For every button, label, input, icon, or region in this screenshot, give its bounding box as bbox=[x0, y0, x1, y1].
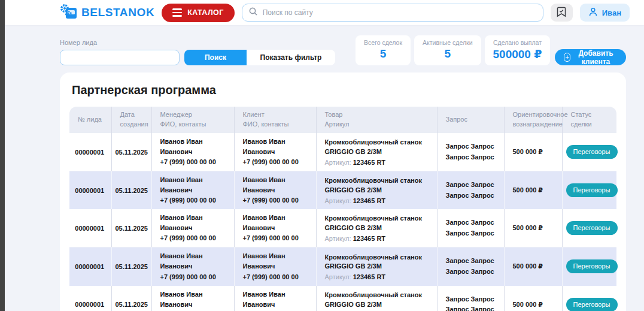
manager-cell: Иванов Иван Иванович +7 (999) 000 00 00 bbox=[151, 286, 234, 311]
catalog-button-label: КАТАЛОГ bbox=[187, 8, 223, 17]
status-cell: Переговоры bbox=[562, 286, 616, 311]
stat-label: Всего сделок bbox=[364, 39, 402, 46]
request-cell: Запрос Запрос Запрос Запрос bbox=[437, 286, 504, 311]
add-client-button[interactable]: + Добавить клиента bbox=[555, 49, 626, 65]
table-row[interactable]: 00000001 05.11.2025 Иванов Иван Иванович… bbox=[69, 209, 616, 247]
stat-label: Сделано выплат bbox=[493, 39, 542, 46]
col-manager: МенеджерФИО, контакты bbox=[151, 107, 234, 133]
filter-toolbar: Номер лида Поиск Показать фильтр Всего с… bbox=[0, 25, 644, 65]
table-header: № лида Датасоздания МенеджерФИО, контакт… bbox=[69, 107, 616, 133]
user-account-button[interactable]: Иван bbox=[580, 4, 630, 22]
product-cell: Кромкооблицовочный станок GRIGGIO GB 2/3… bbox=[316, 286, 437, 311]
status-badge: Переговоры bbox=[566, 298, 618, 311]
client-cell: Иванов Иван Иванович +7 (999) 000 00 00 bbox=[234, 133, 316, 171]
bookmarks-button[interactable] bbox=[551, 4, 573, 22]
stat-active-deals: Активные сделки 5 bbox=[414, 35, 481, 65]
reward-cell: 500 000 ₽ bbox=[504, 171, 562, 210]
date-cell: 05.11.2025 bbox=[111, 133, 151, 171]
status-cell: Переговоры bbox=[562, 209, 616, 247]
product-cell: Кромкооблицовочный станок GRIGGIO GB 2/3… bbox=[316, 209, 437, 247]
status-cell: Переговоры bbox=[562, 171, 616, 210]
col-reward: Ориентировочноевознаграждение bbox=[504, 107, 562, 133]
manager-cell: Иванов Иван Иванович +7 (999) 000 00 00 bbox=[151, 171, 234, 210]
client-cell: Иванов Иван Иванович +7 (999) 000 00 00 bbox=[234, 171, 316, 210]
col-lead-number: № лида bbox=[69, 107, 111, 133]
col-client: КлиентФИО, контакты bbox=[234, 107, 316, 133]
table-row[interactable]: 00000001 05.11.2025 Иванов Иван Иванович… bbox=[69, 171, 616, 210]
request-cell: Запрос Запрос Запрос Запрос bbox=[437, 171, 504, 210]
brand-name: BELSTANOK bbox=[81, 6, 154, 19]
client-cell: Иванов Иван Иванович +7 (999) 000 00 00 bbox=[234, 209, 316, 247]
stat-value: 5 bbox=[364, 47, 402, 61]
request-cell: Запрос Запрос Запрос Запрос bbox=[437, 133, 504, 171]
status-badge: Переговоры bbox=[566, 259, 618, 273]
table-row[interactable]: 00000001 05.11.2025 Иванов Иван Иванович… bbox=[69, 133, 616, 171]
leads-table: № лида Датасоздания МенеджерФИО, контакт… bbox=[69, 107, 616, 311]
search-icon bbox=[248, 7, 258, 19]
search-filter-segment: Поиск Показать фильтр bbox=[184, 50, 335, 65]
reward-cell: 500 000 ₽ bbox=[504, 286, 562, 311]
table-body: 00000001 05.11.2025 Иванов Иван Иванович… bbox=[69, 133, 616, 311]
top-header: BELSTANOK КАТАЛОГ Иван bbox=[0, 0, 644, 25]
col-product: ТоварАртикул bbox=[316, 107, 437, 133]
stat-payouts: Сделано выплат 500000 ₽ bbox=[485, 35, 551, 65]
brand-logo[interactable]: BELSTANOK bbox=[60, 2, 154, 23]
status-cell: Переговоры bbox=[562, 247, 616, 286]
site-search-input[interactable] bbox=[263, 8, 537, 17]
search-button[interactable]: Поиск bbox=[184, 50, 247, 65]
user-icon bbox=[588, 7, 598, 19]
partner-program-card: Партнерская программа № лида Датасоздани… bbox=[60, 73, 626, 311]
gears-logo-icon bbox=[60, 2, 78, 23]
add-client-label: Добавить клиента bbox=[575, 49, 617, 66]
reward-cell: 500 000 ₽ bbox=[504, 133, 562, 171]
date-cell: 05.11.2025 bbox=[111, 171, 151, 210]
reward-cell: 500 000 ₽ bbox=[504, 209, 562, 247]
stat-label: Активные сделки bbox=[423, 39, 473, 46]
site-search bbox=[242, 4, 543, 22]
manager-cell: Иванов Иван Иванович +7 (999) 000 00 00 bbox=[151, 133, 234, 171]
plus-icon: + bbox=[564, 53, 570, 62]
col-created-date: Датасоздания bbox=[111, 107, 151, 133]
date-cell: 05.11.2025 bbox=[111, 247, 151, 286]
manager-cell: Иванов Иван Иванович +7 (999) 000 00 00 bbox=[151, 247, 234, 286]
manager-cell: Иванов Иван Иванович +7 (999) 000 00 00 bbox=[151, 209, 234, 247]
stat-total-deals: Всего сделок 5 bbox=[356, 35, 411, 65]
lead-number-cell: 00000001 bbox=[69, 209, 111, 247]
hamburger-icon bbox=[172, 8, 182, 16]
lead-number-cell: 00000001 bbox=[69, 171, 111, 210]
user-name-label: Иван bbox=[602, 8, 621, 17]
client-cell: Иванов Иван Иванович +7 (999) 000 00 00 bbox=[234, 247, 316, 286]
status-badge: Переговоры bbox=[566, 145, 618, 159]
col-status: Статуссделки bbox=[562, 107, 616, 133]
stats-cards: Всего сделок 5 Активные сделки 5 Сделано… bbox=[356, 35, 550, 65]
request-cell: Запрос Запрос Запрос Запрос bbox=[437, 209, 504, 247]
show-filter-button[interactable]: Показать фильтр bbox=[247, 50, 335, 65]
lead-number-cell: 00000001 bbox=[69, 133, 111, 171]
request-cell: Запрос Запрос Запрос Запрос bbox=[437, 247, 504, 286]
status-badge: Переговоры bbox=[566, 221, 618, 235]
lead-number-cell: 00000001 bbox=[69, 247, 111, 286]
product-cell: Кромкооблицовочный станок GRIGGIO GB 2/3… bbox=[316, 171, 437, 210]
catalog-button[interactable]: КАТАЛОГ bbox=[162, 4, 234, 22]
stat-value: 5 bbox=[423, 47, 473, 61]
status-badge: Переговоры bbox=[566, 183, 618, 197]
client-cell: Иванов Иван Иванович +7 (999) 000 00 00 bbox=[234, 286, 316, 311]
col-request: Запрос bbox=[437, 107, 504, 133]
product-cell: Кромкооблицовочный станок GRIGGIO GB 2/3… bbox=[316, 133, 437, 171]
date-cell: 05.11.2025 bbox=[111, 209, 151, 247]
status-cell: Переговоры bbox=[562, 133, 616, 171]
table-row[interactable]: 00000001 05.11.2025 Иванов Иван Иванович… bbox=[69, 247, 616, 286]
table-row[interactable]: 00000001 05.11.2025 Иванов Иван Иванович… bbox=[69, 286, 616, 311]
lead-number-label: Номер лида bbox=[60, 39, 335, 46]
product-cell: Кромкооблицовочный станок GRIGGIO GB 2/3… bbox=[316, 247, 437, 286]
stat-value: 500000 ₽ bbox=[493, 47, 542, 61]
window-edge-strip bbox=[0, 0, 5, 311]
lead-number-input[interactable] bbox=[60, 50, 180, 65]
reward-cell: 500 000 ₽ bbox=[504, 247, 562, 286]
lead-number-cell: 00000001 bbox=[69, 286, 111, 311]
date-cell: 05.11.2025 bbox=[111, 286, 151, 311]
bookmark-check-icon bbox=[557, 7, 566, 19]
page-title: Партнерская программа bbox=[69, 81, 616, 107]
